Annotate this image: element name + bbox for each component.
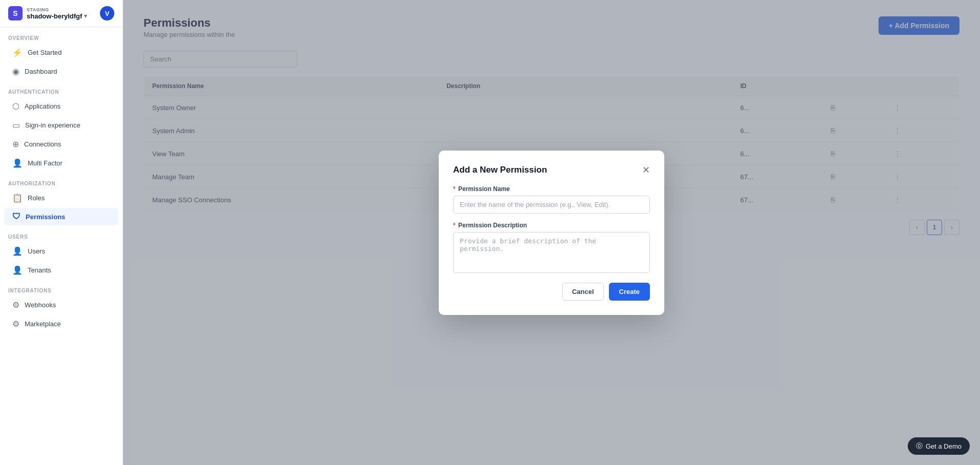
marketplace-icon: ⚙ — [12, 319, 19, 329]
tenants-icon: 👤 — [12, 265, 23, 275]
sidebar-item-permissions[interactable]: 🛡 Permissions — [4, 208, 118, 225]
section-label-users: USERS — [0, 226, 122, 242]
roles-icon: 📋 — [12, 193, 23, 203]
section-label-authentication: AUTHENTICATION — [0, 81, 122, 97]
help-circle-icon: ⓪ — [916, 441, 923, 451]
add-permission-modal: Add a New Permission ✕ * Permission Name… — [439, 151, 664, 315]
sidebar: S STAGING shadow-beryldfgf ▾ V OVERVIEW … — [0, 0, 123, 465]
sidebar-item-tenants[interactable]: 👤 Tenants — [4, 261, 118, 279]
sidebar-item-roles[interactable]: 📋 Roles — [4, 189, 118, 207]
get-demo-label: Get a Demo — [926, 442, 962, 450]
sidebar-item-sign-in-experience[interactable]: ▭ Sign-in experience — [4, 116, 118, 134]
sidebar-item-label: Tenants — [28, 266, 51, 274]
sign-in-icon: ▭ — [12, 120, 20, 130]
permissions-icon: 🛡 — [12, 212, 21, 221]
modal-close-button[interactable]: ✕ — [642, 165, 650, 175]
sidebar-item-marketplace[interactable]: ⚙ Marketplace — [4, 315, 118, 333]
staging-badge: STAGING — [27, 7, 87, 12]
required-asterisk: * — [453, 185, 456, 193]
sidebar-item-dashboard[interactable]: ◉ Dashboard — [4, 62, 118, 80]
sidebar-item-label: Multi Factor — [28, 159, 63, 167]
sidebar-item-label: Dashboard — [25, 68, 57, 75]
dashboard-icon: ◉ — [12, 67, 19, 76]
sidebar-item-users[interactable]: 👤 Users — [4, 242, 118, 260]
sidebar-item-get-started[interactable]: ⚡ Get Started — [4, 44, 118, 61]
permission-description-group: * Permission Description — [453, 222, 650, 274]
permission-description-label: * Permission Description — [453, 222, 650, 229]
sidebar-item-label: Connections — [24, 140, 61, 148]
modal-title: Add a New Permission — [453, 165, 547, 175]
modal-header: Add a New Permission ✕ — [453, 165, 650, 175]
webhooks-icon: ⚙ — [12, 300, 19, 310]
modal-actions: Cancel Create — [453, 283, 650, 301]
modal-overlay: Add a New Permission ✕ * Permission Name… — [123, 0, 980, 465]
main-area: Permissions Manage permissions within th… — [123, 0, 980, 465]
sidebar-item-label: Permissions — [26, 213, 65, 221]
permission-name-group: * Permission Name — [453, 185, 650, 214]
sidebar-item-multi-factor[interactable]: 👤 Multi Factor — [4, 154, 118, 172]
section-label-authorization: AUTHORIZATION — [0, 173, 122, 188]
sidebar-org: STAGING shadow-beryldfgf ▾ — [27, 7, 87, 20]
applications-icon: ⬡ — [12, 101, 19, 111]
permission-description-input[interactable] — [453, 232, 650, 273]
sidebar-header: S STAGING shadow-beryldfgf ▾ V — [0, 0, 122, 27]
avatar: V — [100, 6, 114, 20]
sidebar-logo: S — [8, 6, 23, 20]
chevron-down-icon: ▾ — [84, 13, 87, 19]
permission-name-input[interactable] — [453, 196, 650, 214]
required-asterisk: * — [453, 222, 456, 229]
sidebar-item-applications[interactable]: ⬡ Applications — [4, 97, 118, 115]
section-label-integrations: INTEGRATIONS — [0, 280, 122, 295]
sidebar-item-label: Marketplace — [25, 320, 61, 328]
sidebar-item-label: Applications — [25, 102, 60, 110]
permission-name-label: * Permission Name — [453, 185, 650, 193]
connections-icon: ⊕ — [12, 139, 19, 149]
sidebar-item-label: Get Started — [28, 49, 62, 56]
sidebar-item-connections[interactable]: ⊕ Connections — [4, 135, 118, 153]
section-label-overview: OVERVIEW — [0, 27, 122, 43]
sidebar-item-label: Webhooks — [25, 301, 56, 309]
users-icon: 👤 — [12, 246, 23, 256]
org-name: shadow-beryldfgf ▾ — [27, 12, 87, 20]
lightning-icon: ⚡ — [12, 48, 23, 57]
get-demo-button[interactable]: ⓪ Get a Demo — [908, 437, 970, 455]
sidebar-item-label: Roles — [28, 194, 45, 202]
sidebar-item-webhooks[interactable]: ⚙ Webhooks — [4, 296, 118, 314]
create-button[interactable]: Create — [609, 283, 650, 301]
sidebar-item-label: Users — [28, 247, 45, 255]
multi-factor-icon: 👤 — [12, 158, 23, 168]
sidebar-item-label: Sign-in experience — [25, 121, 80, 129]
cancel-button[interactable]: Cancel — [562, 283, 604, 301]
